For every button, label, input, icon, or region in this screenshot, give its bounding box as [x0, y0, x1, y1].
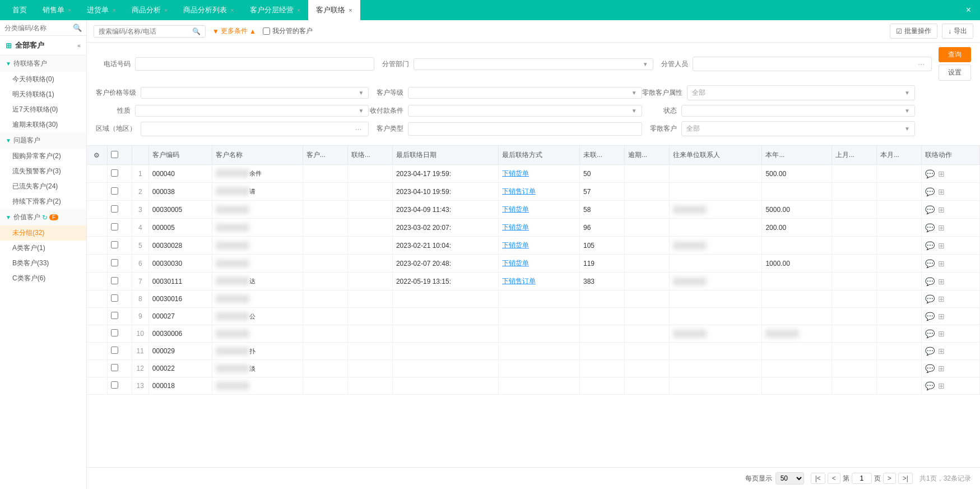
action-grid-icon[interactable]: ⊞	[938, 312, 945, 321]
sidebar-item-today[interactable]: 今天待联络(0)	[0, 72, 86, 87]
nav-tab-product-list[interactable]: 商品分析列表 ×	[175, 0, 241, 20]
contact-method-link[interactable]: 下销货单	[502, 259, 529, 267]
sidebar-search-input[interactable]	[4, 24, 71, 32]
select-dept[interactable]: ▼	[414, 58, 653, 70]
collapse-icon[interactable]: «	[77, 42, 81, 49]
nav-tab-product-analysis[interactable]: 商品分析 ×	[124, 0, 175, 20]
row-checkbox[interactable]	[111, 294, 118, 302]
first-page-button[interactable]: |<	[811, 473, 825, 484]
th-last-method[interactable]: 最后联络方式	[499, 146, 580, 165]
contact-method-link[interactable]: 下销货单	[502, 241, 529, 249]
sidebar-item-hoarding[interactable]: 囤购异常客户(2)	[0, 149, 86, 164]
next-page-button[interactable]: >	[883, 473, 896, 484]
sidebar-group-problem[interactable]: ▼ 问题客户	[0, 132, 86, 149]
action-chat-icon[interactable]: 💬	[925, 187, 935, 196]
th-this-year[interactable]: 本年...	[762, 146, 832, 165]
input-customer-type[interactable]	[408, 122, 642, 136]
td-checkbox[interactable]	[107, 255, 132, 273]
close-icon-cl[interactable]: ×	[297, 7, 300, 13]
page-size-select[interactable]: 50 100 200	[775, 472, 804, 485]
row-checkbox[interactable]	[111, 347, 118, 354]
input-phone[interactable]	[135, 57, 374, 71]
sidebar-all-customers[interactable]: ⊞ 全部客户 «	[0, 36, 86, 56]
action-grid-icon[interactable]: ⊞	[938, 223, 945, 232]
action-grid-icon[interactable]: ⊞	[938, 381, 945, 390]
action-chat-icon[interactable]: 💬	[925, 312, 935, 321]
td-checkbox[interactable]	[107, 219, 132, 237]
action-grid-icon[interactable]: ⊞	[938, 364, 945, 373]
contact-method-link[interactable]: 下销货单	[502, 223, 529, 231]
th-name[interactable]: 客户名称	[212, 146, 303, 165]
my-customers-checkbox[interactable]	[263, 27, 270, 35]
action-chat-icon[interactable]: 💬	[925, 277, 935, 286]
td-checkbox[interactable]	[107, 360, 132, 377]
th-contact[interactable]: 联络...	[347, 146, 392, 165]
nav-tab-purchase[interactable]: 进货单 ×	[79, 0, 123, 20]
sidebar-item-declining[interactable]: 持续下滑客户(2)	[0, 194, 86, 209]
row-checkbox[interactable]	[111, 381, 118, 389]
contact-method-link[interactable]: 下销货单	[502, 205, 529, 213]
td-checkbox[interactable]	[107, 290, 132, 308]
page-number-input[interactable]	[852, 473, 872, 484]
ellipsis-btn-region[interactable]: ···	[353, 124, 364, 133]
sidebar-group-pending[interactable]: ▼ 待联络客户	[0, 56, 86, 72]
td-checkbox[interactable]	[107, 273, 132, 290]
row-checkbox[interactable]	[111, 223, 118, 230]
action-chat-icon[interactable]: 💬	[925, 381, 935, 390]
th-settings[interactable]: ⚙	[87, 146, 107, 165]
my-customers-checkbox-wrap[interactable]: 我分管的客户	[263, 26, 313, 36]
nav-tab-customer-layer[interactable]: 客户分层经营 ×	[242, 0, 308, 20]
row-checkbox[interactable]	[111, 364, 118, 371]
th-this-month[interactable]: 本月...	[876, 146, 921, 165]
sidebar-item-7days[interactable]: 近7天待联络(0)	[0, 102, 86, 117]
row-checkbox[interactable]	[111, 259, 118, 266]
action-grid-icon[interactable]: ⊞	[938, 294, 945, 303]
th-type[interactable]: 客户...	[303, 146, 347, 165]
td-checkbox[interactable]	[107, 377, 132, 395]
action-chat-icon[interactable]: 💬	[925, 223, 935, 232]
action-grid-icon[interactable]: ⊞	[938, 347, 945, 356]
action-chat-icon[interactable]: 💬	[925, 329, 935, 338]
action-chat-icon[interactable]: 💬	[925, 347, 935, 356]
action-grid-icon[interactable]: ⊞	[938, 241, 945, 250]
sidebar-item-ungroup[interactable]: 未分组(32)	[0, 225, 86, 241]
action-grid-icon[interactable]: ⊞	[938, 169, 945, 178]
reset-button[interactable]: 设置	[939, 64, 971, 81]
sidebar-search-icon[interactable]: 🔍	[73, 24, 82, 32]
row-checkbox[interactable]	[111, 277, 118, 284]
action-grid-icon[interactable]: ⊞	[938, 205, 945, 214]
th-overdue[interactable]: 逾期...	[625, 146, 670, 165]
sidebar-item-churned[interactable]: 已流失客户(24)	[0, 179, 86, 194]
action-chat-icon[interactable]: 💬	[925, 205, 935, 214]
select-retail-attr[interactable]: 全部 ▼	[687, 85, 915, 100]
action-grid-icon[interactable]: ⊞	[938, 277, 945, 286]
select-payment[interactable]: ▼	[408, 105, 642, 117]
select-all-checkbox[interactable]	[111, 151, 118, 158]
action-chat-icon[interactable]: 💬	[925, 169, 935, 178]
contact-method-link[interactable]: 下销售订单	[502, 277, 536, 285]
action-chat-icon[interactable]: 💬	[925, 241, 935, 250]
filter-search-input[interactable]	[99, 27, 190, 35]
td-checkbox[interactable]	[107, 183, 132, 201]
sidebar-item-b-class[interactable]: B类客户(33)	[0, 256, 86, 271]
nav-tab-sales[interactable]: 销售单 ×	[35, 0, 79, 20]
th-checkbox[interactable]	[107, 146, 132, 165]
query-button[interactable]: 查询	[939, 47, 971, 62]
action-grid-icon[interactable]: ⊞	[938, 329, 945, 338]
action-chat-icon[interactable]: 💬	[925, 259, 935, 268]
export-button[interactable]: ↓ 导出	[942, 24, 973, 39]
action-grid-icon[interactable]: ⊞	[938, 187, 945, 196]
action-chat-icon[interactable]: 💬	[925, 364, 935, 373]
td-checkbox[interactable]	[107, 201, 132, 219]
td-checkbox[interactable]	[107, 308, 132, 325]
sidebar-item-churn-warn[interactable]: 流失预警客户(3)	[0, 164, 86, 179]
close-icon-cc[interactable]: ×	[349, 7, 352, 13]
prev-page-button[interactable]: <	[828, 473, 840, 484]
sidebar-item-c-class[interactable]: C类客户(6)	[0, 271, 86, 286]
row-checkbox[interactable]	[111, 329, 118, 336]
more-conditions-button[interactable]: ▼ 更多条件 ▲	[212, 26, 256, 36]
nav-tab-home[interactable]: 首页	[4, 0, 35, 20]
last-page-button[interactable]: >|	[898, 473, 913, 484]
select-status[interactable]: ▼	[681, 105, 915, 117]
td-checkbox[interactable]	[107, 343, 132, 360]
